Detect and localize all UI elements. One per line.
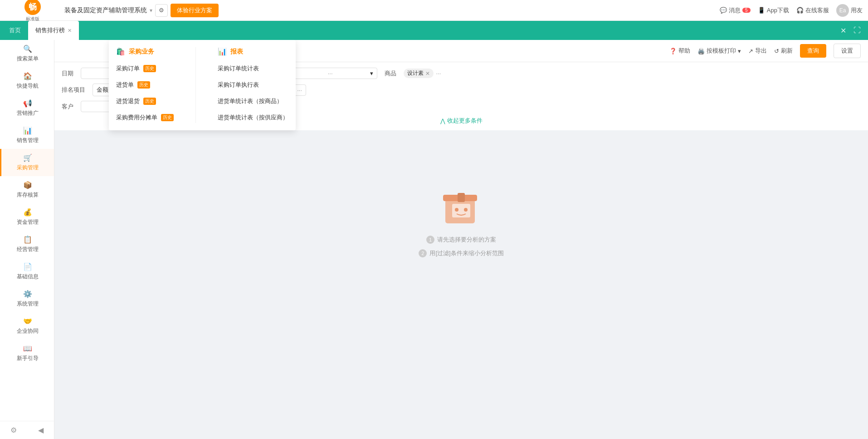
chevron-down-icon[interactable]: ▾	[150, 7, 152, 14]
dropdown-item-purchase-expense-label: 采购费用分摊单	[116, 113, 157, 122]
empty-illustration	[439, 185, 484, 230]
dropdown-item-stock-by-goods[interactable]: 进货单统计表（按商品）	[218, 96, 288, 107]
print-button[interactable]: 🖨️ 按模板打印 ▾	[697, 47, 741, 55]
ranking-filter-label: 排名项目	[62, 86, 85, 94]
sidebar-item-basic-info[interactable]: 📄 基础信息	[0, 258, 54, 285]
handshake-icon: 🤝	[23, 317, 32, 326]
collapse-button[interactable]: ⋀ 收起更多条件	[440, 117, 483, 125]
box-icon: 📦	[23, 181, 32, 189]
refresh-button[interactable]: ↺ 刷新	[774, 47, 793, 55]
headset-icon: 🎧	[796, 7, 804, 14]
tab-close-all-icon[interactable]: ✕	[839, 25, 848, 37]
step-1-num: 1	[426, 236, 434, 244]
message-icon: 💬	[720, 7, 727, 14]
tab-home[interactable]: 首页	[2, 21, 28, 40]
salesperson-filter-dots[interactable]: ···	[297, 87, 302, 94]
sidebar-settings-icon[interactable]: ⚙	[10, 426, 17, 434]
goods-filter-dots[interactable]: ···	[436, 70, 441, 77]
dropdown-item-order-exec[interactable]: 采购订单执行表	[218, 79, 288, 90]
sidebar-item-sales[interactable]: 📊 销售管理	[0, 122, 54, 149]
customer-filter-label: 客户	[62, 103, 73, 111]
dropdown-item-purchase-return-label: 进货退货	[116, 97, 140, 105]
tab-bar: 首页 销售排行榜 ✕ ✕ ⛶	[0, 21, 868, 40]
help-button[interactable]: ❓ 帮助	[669, 47, 690, 55]
search-button[interactable]: 查询	[800, 44, 826, 58]
goods-filter-container: 设计素 ✕ ···	[404, 69, 441, 78]
purchase-section: 🛍️ 采购业务 采购订单 历史 进货单 历史 进货退货 历史 采购费用分摊单	[116, 47, 174, 123]
purchase-dropdown-menu: 🛍️ 采购业务 采购订单 历史 进货单 历史 进货退货 历史 采购费用分摊单	[109, 40, 296, 130]
dropdown-item-purchase-stock-in[interactable]: 进货单 历史	[116, 79, 174, 90]
online-service-button[interactable]: 🎧 在线客服	[796, 6, 829, 15]
svg-point-5	[464, 208, 468, 212]
collapse-label: 收起更多条件	[447, 117, 483, 125]
sidebar-item-operations[interactable]: 📋 经营管理	[0, 231, 54, 258]
export-label: 导出	[755, 47, 767, 55]
tab-maximize-icon[interactable]: ⛶	[852, 25, 863, 36]
sidebar-item-basic-info-label: 基础信息	[17, 273, 39, 281]
empty-step-1: 1 请先选择要分析的方案	[426, 236, 496, 244]
status-filter-dots[interactable]: ···	[328, 70, 333, 77]
empty-step-2: 2 用[过滤]条件来缩小分析范围	[419, 249, 503, 257]
sidebar-item-marketing-label: 营销推广	[17, 109, 39, 117]
dropdown-item-stock-by-supplier[interactable]: 进货单统计表（按供应商）	[218, 112, 288, 123]
app-download-button[interactable]: 📱 App下载	[758, 6, 789, 15]
print-icon: 🖨️	[697, 48, 705, 54]
user-menu[interactable]: Ea 用友	[836, 4, 863, 17]
tab-sales-ranking[interactable]: 销售排行榜 ✕	[28, 21, 79, 40]
sidebar-item-inventory[interactable]: 📦 库存核算	[0, 176, 54, 203]
sidebar-item-capital[interactable]: 💰 资金管理	[0, 203, 54, 231]
sidebar-item-quick-nav[interactable]: 🏠 快捷导航	[0, 67, 54, 94]
tab-actions: ✕ ⛶	[839, 25, 866, 37]
messages-badge: 5	[742, 8, 751, 13]
settings-icon[interactable]: ⚙	[155, 4, 168, 17]
empty-state: 1 请先选择要分析的方案 2 用[过滤]条件来缩小分析范围	[54, 130, 868, 312]
sidebar-item-enterprise[interactable]: 🤝 企业协同	[0, 312, 54, 340]
history-tag-4: 历史	[161, 114, 174, 121]
dropdown-divider	[195, 47, 196, 123]
megaphone-icon: 📢	[23, 99, 32, 108]
dropdown-item-stock-by-supplier-label: 进货单统计表（按供应商）	[218, 113, 288, 122]
help-icon: ❓	[669, 48, 677, 54]
clipboard-icon: 📋	[23, 235, 32, 244]
sidebar-item-purchase[interactable]: 🛒 采购管理	[0, 149, 54, 176]
dropdown-item-purchase-return[interactable]: 进货退货 历史	[116, 96, 174, 107]
history-tag-3: 历史	[143, 98, 156, 105]
book-icon: 📖	[23, 344, 32, 353]
refresh-icon: ↺	[774, 48, 779, 54]
sidebar-item-newbie-label: 新手引导	[17, 355, 39, 362]
purchase-section-header: 🛍️ 采购业务	[116, 47, 174, 56]
dropdown-item-order-exec-label: 采购订单执行表	[218, 81, 259, 89]
sidebar-bottom: ⚙ ◀	[0, 421, 54, 439]
history-tag-2: 历史	[137, 81, 150, 89]
sidebar-item-purchase-label: 采购管理	[17, 164, 39, 172]
ranking-filter-value: 金额	[97, 86, 108, 94]
empty-icon	[439, 185, 484, 230]
purchase-section-title: 采购业务	[129, 48, 154, 56]
sidebar-item-system[interactable]: ⚙️ 系统管理	[0, 285, 54, 312]
sidebar-item-newbie[interactable]: 📖 新手引导	[0, 340, 54, 367]
step-2-num: 2	[419, 249, 427, 257]
tab-close-icon[interactable]: ✕	[68, 28, 72, 34]
sidebar: 🔍 搜索菜单 🏠 快捷导航 📢 营销推广 📊 销售管理 🛒 采购管理 📦 库存核…	[0, 40, 54, 439]
empty-step-1-text: 请先选择要分析的方案	[437, 236, 496, 244]
report-section-icon: 📊	[218, 47, 227, 56]
sidebar-item-marketing[interactable]: 📢 营销推广	[0, 94, 54, 122]
sidebar-collapse-icon[interactable]: ◀	[38, 426, 44, 434]
dropdown-item-order-stats[interactable]: 采购订单统计表	[218, 63, 288, 74]
status-filter-select[interactable]: ··· ▾	[287, 68, 377, 79]
setting-button[interactable]: 设置	[834, 44, 861, 58]
history-tag-1: 历史	[143, 65, 156, 72]
sidebar-item-search[interactable]: 🔍 搜索菜单	[0, 40, 54, 67]
logo-area[interactable]: 畅 标准版	[5, 0, 60, 22]
refresh-label: 刷新	[781, 47, 793, 55]
report-section-title: 报表	[230, 48, 243, 56]
sidebar-item-inventory-label: 库存核算	[17, 191, 39, 199]
sidebar-item-quick-nav-label: 快捷导航	[17, 82, 39, 90]
messages-button[interactable]: 💬 消息 5	[720, 6, 751, 15]
system-title-area: 装备及固定资产辅助管理系统 ▾ ⚙ 体验行业方案	[64, 4, 715, 17]
export-button[interactable]: ↗ 导出	[748, 47, 767, 55]
dropdown-item-purchase-order[interactable]: 采购订单 历史	[116, 63, 174, 74]
trial-button[interactable]: 体验行业方案	[171, 4, 219, 17]
dropdown-item-purchase-expense[interactable]: 采购费用分摊单 历史	[116, 112, 174, 123]
goods-tag-close-icon[interactable]: ✕	[425, 70, 430, 77]
